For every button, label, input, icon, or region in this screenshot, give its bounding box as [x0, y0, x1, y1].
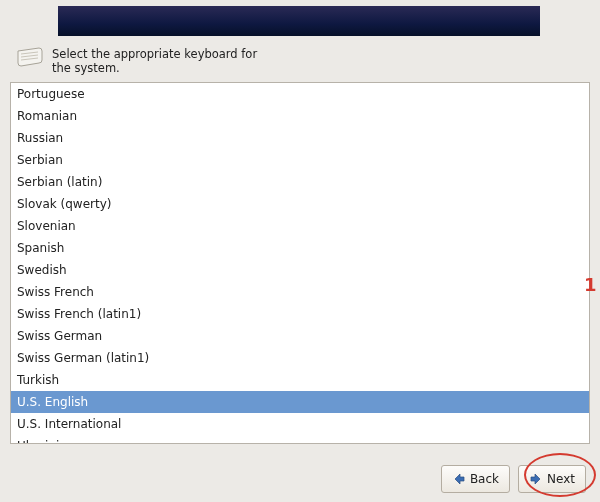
prompt-area: Select the appropriate keyboard for the … — [16, 46, 576, 75]
keyboard-option[interactable]: Swiss French (latin1) — [11, 303, 589, 325]
footer-buttons: Back Next — [0, 456, 600, 502]
keyboard-option[interactable]: Swiss German — [11, 325, 589, 347]
keyboard-option[interactable]: Turkish — [11, 369, 589, 391]
keyboard-option[interactable]: Slovak (qwerty) — [11, 193, 589, 215]
prompt-line-1: Select the appropriate keyboard for — [52, 47, 257, 61]
keyboard-option[interactable]: Portuguese — [11, 83, 589, 105]
keyboard-option[interactable]: Spanish — [11, 237, 589, 259]
keyboard-option[interactable]: Ukrainian — [11, 435, 589, 443]
header-banner — [58, 6, 540, 36]
prompt-line-2: the system. — [52, 61, 120, 75]
back-button-label: Back — [470, 472, 499, 486]
next-button[interactable]: Next — [518, 465, 586, 493]
keyboard-list[interactable]: PortugueseRomanianRussianSerbianSerbian … — [11, 83, 589, 443]
arrow-right-icon — [529, 472, 543, 486]
keyboard-option[interactable]: Russian — [11, 127, 589, 149]
keyboard-icon — [16, 46, 44, 68]
next-button-label: Next — [547, 472, 575, 486]
keyboard-list-container: PortugueseRomanianRussianSerbianSerbian … — [10, 82, 590, 444]
keyboard-option[interactable]: U.S. English — [11, 391, 589, 413]
keyboard-option[interactable]: U.S. International — [11, 413, 589, 435]
keyboard-option[interactable]: Serbian — [11, 149, 589, 171]
keyboard-option[interactable]: Romanian — [11, 105, 589, 127]
prompt-text: Select the appropriate keyboard for the … — [52, 46, 257, 75]
keyboard-option[interactable]: Serbian (latin) — [11, 171, 589, 193]
arrow-left-icon — [452, 472, 466, 486]
back-button[interactable]: Back — [441, 465, 510, 493]
keyboard-option[interactable]: Swiss French — [11, 281, 589, 303]
keyboard-option[interactable]: Slovenian — [11, 215, 589, 237]
keyboard-option[interactable]: Swedish — [11, 259, 589, 281]
installer-keyboard-screen: { "prompt": { "line1": "Select the appro… — [0, 0, 600, 502]
keyboard-option[interactable]: Swiss German (latin1) — [11, 347, 589, 369]
